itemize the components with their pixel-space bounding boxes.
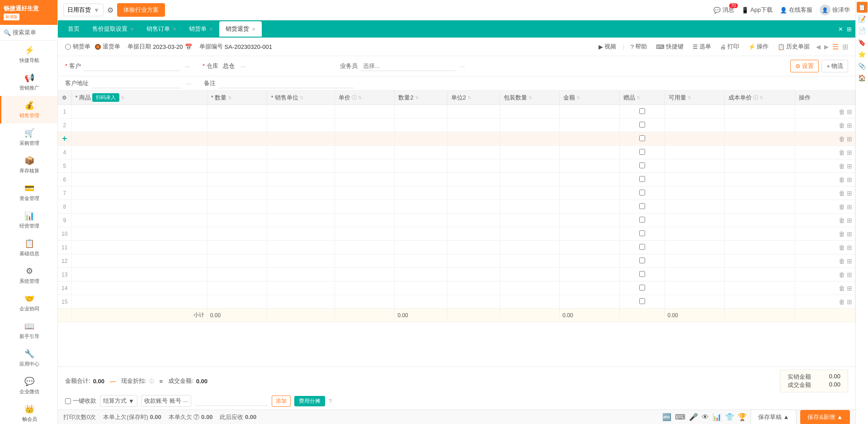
delete-icon[interactable]: 🗑	[839, 108, 845, 115]
app-download-btn[interactable]: 📱 App下载	[741, 6, 773, 14]
copy-icon[interactable]: ⊞	[847, 149, 852, 156]
delete-icon[interactable]: 🗑	[839, 257, 845, 265]
amount-cell[interactable]	[560, 119, 620, 132]
account-dots[interactable]: ···	[183, 398, 188, 405]
tab-close-icon[interactable]: ✕	[173, 27, 176, 32]
tab-sales[interactable]: 销货单 ✕	[183, 21, 219, 37]
gift-checkbox[interactable]	[639, 122, 645, 128]
gift-checkbox[interactable]	[639, 108, 645, 114]
qty-cell[interactable]	[207, 132, 267, 146]
tab-close-icon[interactable]: ✕	[252, 27, 255, 32]
available-cell[interactable]	[665, 132, 725, 146]
split-help-icon[interactable]: ?	[329, 398, 332, 405]
gift-checkbox[interactable]	[639, 149, 645, 155]
pack-qty-cell[interactable]	[500, 146, 560, 159]
delete-icon[interactable]: 🗑	[839, 190, 845, 197]
close-all-icon[interactable]: ✕	[838, 26, 843, 33]
select-btn[interactable]: ☰ 选单	[690, 41, 714, 52]
print-btn[interactable]: 🖨 打印	[717, 41, 742, 52]
tab-close-icon[interactable]: ✕	[130, 27, 134, 32]
gift-cell[interactable]	[620, 146, 665, 159]
qty2-cell[interactable]	[395, 132, 447, 146]
sidebar-item-purchase[interactable]: 🛒 采购管理	[0, 124, 57, 151]
history-btn[interactable]: 📋 历史单据	[775, 41, 812, 52]
gift-checkbox[interactable]	[639, 257, 645, 263]
copy-icon[interactable]: ⊞	[847, 122, 852, 129]
note-input[interactable]	[218, 78, 354, 88]
delete-icon[interactable]: 🗑	[839, 176, 845, 183]
gift-checkbox[interactable]	[639, 271, 645, 277]
delete-icon[interactable]: 🗑	[839, 230, 845, 238]
gift-checkbox[interactable]	[639, 190, 645, 195]
amount-input[interactable]	[195, 396, 268, 406]
list-view-icon[interactable]: ☰	[832, 43, 839, 51]
add-row-btn[interactable]: +	[62, 134, 67, 143]
copy-icon[interactable]: ⊞	[847, 298, 852, 305]
user-menu[interactable]: 👤 徐泽华	[820, 5, 850, 15]
product-cell[interactable]	[71, 159, 207, 173]
one-click-payment-checkbox[interactable]	[65, 398, 71, 404]
ops-btn[interactable]: ⚡ 操作	[745, 41, 771, 52]
amount-cell[interactable]	[560, 146, 620, 159]
copy-icon[interactable]: ⊞	[847, 135, 852, 143]
unit2-cell[interactable]	[447, 146, 500, 159]
qty2-cell[interactable]	[395, 105, 447, 119]
sidebar-search-item[interactable]: 🔍 搜索菜单	[0, 25, 57, 41]
message-btn[interactable]: 💬 消息 70	[713, 6, 734, 14]
info-icon[interactable]: ⓘ	[352, 94, 357, 101]
th-gear[interactable]: ⚙	[58, 91, 71, 105]
gift-checkbox[interactable]	[639, 298, 645, 304]
one-click-payment-label[interactable]: 一键收款	[65, 397, 96, 405]
unit2-cell[interactable]	[447, 119, 500, 132]
right-panel-icon-2[interactable]: 📝	[857, 14, 868, 24]
sidebar-item-quick-nav[interactable]: ⚡ 快捷导航	[0, 41, 57, 68]
next-record-icon[interactable]: ▶	[824, 43, 829, 50]
product-cell[interactable]	[71, 146, 207, 159]
right-panel-icon-4[interactable]: 🔖	[857, 37, 868, 48]
sidebar-item-wechat[interactable]: 💬 企业微信	[0, 372, 57, 400]
sidebar-item-basic-info[interactable]: 📋 基础信息	[0, 234, 57, 262]
price-cell[interactable]	[335, 119, 395, 132]
online-support-btn[interactable]: 👤 在线客服	[780, 6, 812, 14]
unit2-cell[interactable]	[447, 105, 500, 119]
copy-icon[interactable]: ⊞	[847, 217, 852, 224]
scan-btn[interactable]: 扫码录入	[92, 93, 119, 102]
right-panel-icon-7[interactable]: 🏠	[857, 72, 868, 83]
shortcut-btn[interactable]: ⌨ 快捷键	[653, 41, 686, 52]
gift-checkbox[interactable]	[639, 230, 645, 236]
gift-cell[interactable]	[620, 132, 665, 146]
info-icon[interactable]: ⓘ	[753, 94, 758, 101]
warehouse-select-btn[interactable]: ···	[239, 63, 248, 70]
qty-cell[interactable]	[207, 105, 267, 119]
delete-icon[interactable]: 🗑	[839, 149, 845, 156]
pack-qty-cell[interactable]	[500, 105, 560, 119]
qty2-cell[interactable]	[395, 119, 447, 132]
unit-cell[interactable]	[267, 105, 335, 119]
sidebar-item-system[interactable]: ⚙ 系统管理	[0, 262, 57, 289]
copy-icon[interactable]: ⊞	[847, 203, 852, 210]
sidebar-item-marketing[interactable]: 📢 营销推广	[0, 68, 57, 96]
customer-input[interactable]	[84, 61, 180, 71]
radio-return[interactable]: 退货单	[95, 43, 120, 51]
copy-icon[interactable]: ⊞	[847, 162, 852, 170]
help-btn[interactable]: ? 帮助	[628, 41, 650, 52]
settlement-select[interactable]: 结算方式 ▼	[100, 395, 137, 407]
product-cell[interactable]	[71, 119, 207, 132]
delete-icon[interactable]: 🗑	[839, 285, 845, 292]
calendar-icon[interactable]: 📅	[185, 43, 192, 50]
gift-cell[interactable]	[620, 105, 665, 119]
customer-select-btn[interactable]: ···	[183, 63, 192, 70]
delete-icon[interactable]: 🗑	[839, 244, 845, 251]
gift-checkbox[interactable]	[639, 135, 645, 141]
delete-icon[interactable]: 🗑	[839, 162, 845, 170]
delete-icon[interactable]: 🗑	[839, 298, 845, 305]
radio-input-return[interactable]	[95, 44, 101, 50]
video-btn[interactable]: ▶ 视频	[596, 41, 619, 52]
unit-cell[interactable]	[267, 132, 335, 146]
save-draft-btn[interactable]: 保存草稿 ▲	[750, 410, 797, 424]
tab-close-icon[interactable]: ✕	[209, 27, 213, 32]
product-cell-new[interactable]	[71, 132, 207, 146]
delete-icon[interactable]: 🗑	[839, 122, 845, 129]
tab-sales-return[interactable]: 销货退货 ✕	[219, 21, 262, 37]
copy-icon[interactable]: ⊞	[847, 108, 852, 115]
